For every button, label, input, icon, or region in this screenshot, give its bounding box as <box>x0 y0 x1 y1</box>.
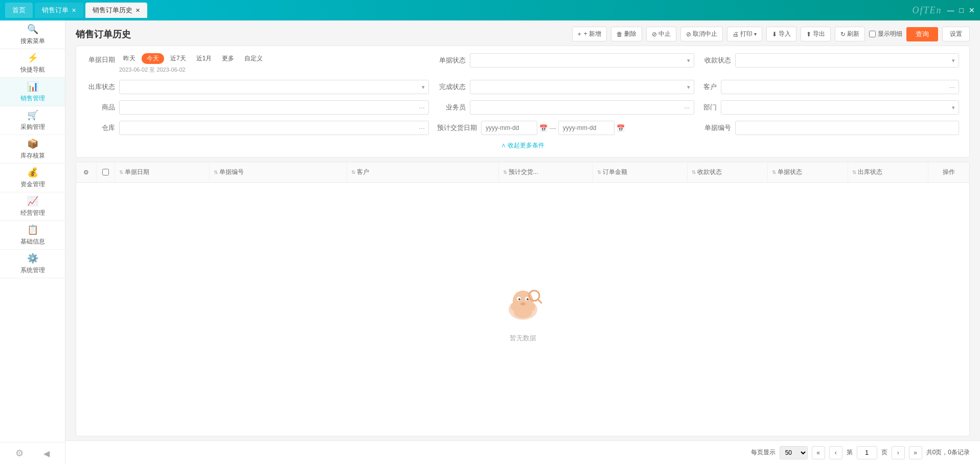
delete-button[interactable]: 🗑 删除 <box>611 27 642 41</box>
settings-button[interactable]: 设置 <box>942 27 970 41</box>
sort-order-status-icon[interactable]: ⇅ <box>772 169 776 175</box>
sort-date-icon[interactable]: ⇅ <box>119 169 123 175</box>
order-no-input[interactable] <box>735 121 960 135</box>
date-option-today[interactable]: 今天 <box>142 53 164 64</box>
filter-expected-delivery: 预计交货日期 📅 — 📅 <box>437 121 694 135</box>
customer-input[interactable] <box>721 80 960 94</box>
sidebar-item-sales-label: 销售管理 <box>20 94 45 103</box>
sidebar-item-base-info-label: 基础信息 <box>20 237 45 246</box>
filter-complete-status: 完成状态 ▾ <box>437 80 694 94</box>
page-input[interactable] <box>857 446 877 459</box>
customer-label: 客户 <box>702 82 717 92</box>
th-gear[interactable]: ⚙ <box>76 162 97 182</box>
sidebar-item-base-info[interactable]: 📋 基础信息 <box>0 221 65 250</box>
th-delivery-status-label: 出库状态 <box>858 168 882 176</box>
tab-sales-history-close[interactable]: ✕ <box>135 7 140 14</box>
warehouse-input[interactable] <box>119 121 429 135</box>
first-page-btn[interactable]: « <box>812 446 825 459</box>
sidebar-item-search[interactable]: 🔍 搜索菜单 <box>0 20 65 49</box>
minimize-btn[interactable]: — <box>947 6 954 14</box>
customer-dots-icon[interactable]: ··· <box>949 83 955 91</box>
sidebar-collapse-icon[interactable]: ◀ <box>43 449 50 458</box>
empty-illustration <box>497 276 549 327</box>
sidebar-item-finance[interactable]: 💰 资金管理 <box>0 164 65 192</box>
last-page-btn[interactable]: » <box>909 446 922 459</box>
tab-sales-order[interactable]: 销售订单 ✕ <box>35 3 83 18</box>
operations-icon: 📈 <box>27 195 38 207</box>
table-header: ⚙ ⇅ 单据日期 ⇅ 单据编号 ⇅ 客户 ⇅ <box>76 162 969 183</box>
th-orderno-label: 单据编号 <box>219 168 244 176</box>
th-check[interactable] <box>97 162 115 182</box>
filter-order-no: 单据编号 <box>702 121 960 135</box>
show-detail-checkbox[interactable] <box>869 31 876 37</box>
sales-mgmt-icon: 📊 <box>27 81 38 92</box>
query-button[interactable]: 查询 <box>906 27 938 41</box>
salesperson-input[interactable] <box>470 100 694 115</box>
salesperson-label: 业务员 <box>437 103 466 112</box>
tab-sales-history[interactable]: 销售订单历史 ✕ <box>85 3 147 18</box>
filter-order-status: 单据状态 ▾ <box>437 53 694 68</box>
product-dots-icon[interactable]: ··· <box>419 103 425 112</box>
print-button[interactable]: 🖨 打印 ▾ <box>727 27 762 41</box>
date-option-7days[interactable]: 近7天 <box>166 53 190 64</box>
delivery-date-from[interactable] <box>481 121 537 135</box>
delivery-status-select[interactable] <box>119 80 429 94</box>
export-button[interactable]: ⬆ 导出 <box>801 27 831 41</box>
sort-delivery-status-icon[interactable]: ⇅ <box>852 169 856 175</box>
tab-home[interactable]: 首页 <box>5 3 33 18</box>
date-separator: — <box>550 124 556 132</box>
sort-amount-icon[interactable]: ⇅ <box>597 169 601 175</box>
sort-customer-icon[interactable]: ⇅ <box>351 169 355 175</box>
sidebar-item-quick-nav[interactable]: ⚡ 快捷导航 <box>0 49 65 78</box>
next-page-btn[interactable]: › <box>892 446 905 459</box>
filter-delivery-status: 出库状态 ▾ <box>86 80 429 94</box>
print-arrow-icon: ▾ <box>754 31 757 37</box>
th-order-no: ⇅ 单据编号 <box>210 162 347 182</box>
tab-sales-order-close[interactable]: ✕ <box>72 7 76 14</box>
filter-row-1: 单据日期 昨天 今天 近7天 近1月 更多 自定义 2023-06-02 至 2… <box>86 53 959 74</box>
sidebar-item-finance-label: 资金管理 <box>20 180 45 189</box>
sort-payment-icon[interactable]: ⇅ <box>692 169 696 175</box>
date-option-1month[interactable]: 近1月 <box>192 53 216 64</box>
date-option-yesterday[interactable]: 昨天 <box>119 53 140 64</box>
per-page-select[interactable]: 50 10 20 100 <box>780 446 808 459</box>
warehouse-dots-icon[interactable]: ··· <box>419 124 425 132</box>
sort-orderno-icon[interactable]: ⇅ <box>214 169 218 175</box>
prev-page-btn[interactable]: ‹ <box>829 446 842 459</box>
cancel-stop-button[interactable]: ⊘ 取消中止 <box>680 27 723 41</box>
sidebar: 🔍 搜索菜单 ⚡ 快捷导航 📊 销售管理 🛒 采购管理 📦 库存核算 💰 资金管… <box>0 20 65 464</box>
sidebar-item-search-label: 搜索菜单 <box>20 37 45 46</box>
top-bar: 首页 销售订单 ✕ 销售订单历史 ✕ OfTEn — □ ✕ <box>0 0 980 20</box>
order-status-select[interactable] <box>470 53 694 68</box>
sidebar-item-sales[interactable]: 📊 销售管理 <box>0 78 65 106</box>
refresh-button[interactable]: ↻ 刷新 <box>835 27 865 41</box>
complete-status-select[interactable] <box>470 80 694 94</box>
delivery-date-to[interactable] <box>558 121 614 135</box>
sidebar-item-operations[interactable]: 📈 经营管理 <box>0 192 65 221</box>
goto-prefix: 第 <box>847 448 853 457</box>
date-option-more[interactable]: 更多 <box>218 53 238 64</box>
sidebar-settings-icon[interactable]: ⚙ <box>15 448 24 459</box>
sidebar-item-system[interactable]: ⚙️ 系统管理 <box>0 250 65 278</box>
department-select[interactable] <box>721 100 960 115</box>
sidebar-bottom: ⚙ ◀ <box>0 442 65 464</box>
filter-row-2: 出库状态 ▾ 完成状态 ▾ <box>86 80 959 94</box>
maximize-btn[interactable]: □ <box>960 6 964 14</box>
warehouse-input-wrapper: ··· <box>119 121 429 135</box>
product-input[interactable] <box>119 100 429 115</box>
filter-salesperson: 业务员 ··· <box>437 100 694 115</box>
date-option-custom[interactable]: 自定义 <box>240 53 267 64</box>
new-button[interactable]: + + 新增 <box>572 27 607 41</box>
sidebar-item-inventory[interactable]: 📦 库存核算 <box>0 135 65 164</box>
stop-button[interactable]: ⊘ 中止 <box>646 27 676 41</box>
window-close-btn[interactable]: ✕ <box>969 6 975 14</box>
collapse-row[interactable]: ∧ 收起更多条件 <box>86 139 959 150</box>
salesperson-dots-icon[interactable]: ··· <box>684 103 690 112</box>
sort-delivery-icon[interactable]: ⇅ <box>503 169 507 175</box>
import-button[interactable]: ⬇ 导入 <box>766 27 796 41</box>
payment-status-select[interactable] <box>735 53 960 68</box>
select-all-checkbox[interactable] <box>102 169 109 175</box>
show-detail-checkbox-label[interactable]: 显示明细 <box>869 30 902 38</box>
query-label: 查询 <box>916 30 929 38</box>
sidebar-item-purchase[interactable]: 🛒 采购管理 <box>0 106 65 135</box>
